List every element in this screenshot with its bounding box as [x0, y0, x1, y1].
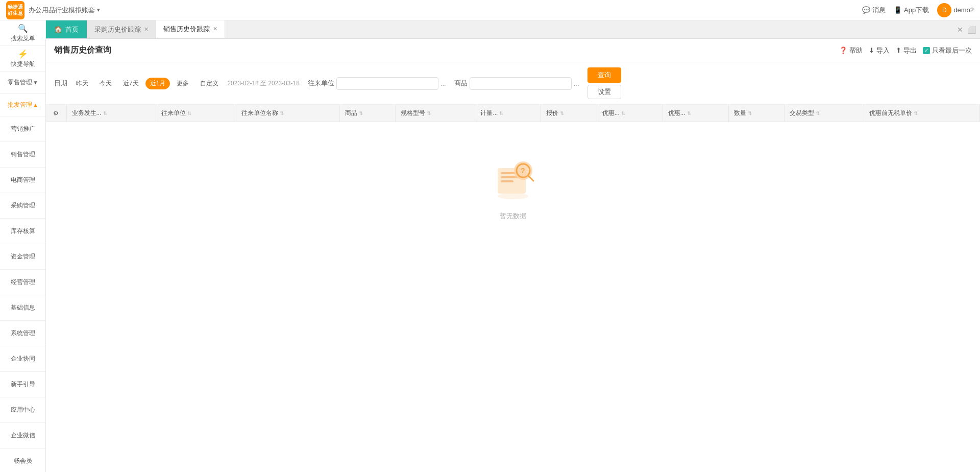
sidebar-item-system[interactable]: 系统管理 — [0, 321, 45, 346]
sort-icon: ⇅ — [280, 110, 284, 116]
sidebar-item-label: 营销推广 — [11, 125, 35, 133]
date-btn-yesterday[interactable]: 昨天 — [71, 78, 93, 89]
sort-icon: ⇅ — [914, 110, 918, 116]
date-btn-custom[interactable]: 自定义 — [195, 78, 223, 89]
download-icon: 📱 — [894, 6, 902, 14]
app-download-button[interactable]: 📱 App下载 — [894, 6, 929, 15]
import-button[interactable]: ⬇ 导入 — [869, 46, 890, 55]
tab-bar: 🏠 首页 采购历史价跟踪 ✕ 销售历史价跟踪 ✕ ✕ ⬜ — [46, 20, 980, 39]
goods-input[interactable] — [470, 77, 572, 90]
th-unit[interactable]: 计量... ⇅ — [475, 105, 541, 122]
th-quantity[interactable]: 数量 ⇅ — [728, 105, 784, 122]
sidebar-item-operations[interactable]: 经营管理 — [0, 270, 45, 295]
goods-dots[interactable]: ... — [574, 80, 579, 87]
sidebar-item-retail[interactable]: 零售管理 ▼ — [0, 72, 45, 94]
date-range: 2023-02-18 至 2023-03-18 — [227, 79, 299, 88]
empty-text: 暂无数据 — [500, 211, 526, 221]
page-content: 销售历史价查询 ❓ 帮助 ⬇ 导入 ⬆ 导出 — [46, 39, 980, 472]
sidebar-item-guide[interactable]: 新手引导 — [0, 372, 45, 397]
import-icon: ⬇ — [869, 46, 874, 54]
search-icon: 🔍 — [18, 23, 28, 33]
sort-icon: ⇅ — [560, 110, 564, 116]
date-btn-today[interactable]: 今天 — [95, 78, 116, 89]
message-button[interactable]: 💬 消息 — [862, 6, 886, 15]
sidebar-item-member[interactable]: 畅会员 — [0, 449, 45, 472]
app-selector[interactable]: 办公用品行业模拟账套 ▾ — [29, 6, 100, 15]
user-menu[interactable]: D demo2 — [937, 3, 974, 17]
page-header-actions: ❓ 帮助 ⬇ 导入 ⬆ 导出 只看最后一次 — [839, 46, 972, 55]
sidebar-item-label: 采购管理 — [11, 201, 35, 210]
content-area: 🏠 首页 采购历史价跟踪 ✕ 销售历史价跟踪 ✕ ✕ ⬜ 销售历史价查询 — [46, 20, 980, 472]
tab-home[interactable]: 🏠 首页 — [46, 20, 87, 38]
sidebar-item-inventory[interactable]: 库存核算 — [0, 219, 45, 244]
sidebar-item-basic[interactable]: 基础信息 — [0, 295, 45, 321]
th-discount2[interactable]: 优惠... ⇅ — [663, 105, 728, 122]
partner-dots[interactable]: ... — [440, 80, 446, 87]
table-wrapper: ⚙ 业务发生... ⇅ 往来单位 — [46, 105, 980, 472]
setting-button[interactable]: 设置 — [587, 85, 621, 99]
svg-text:?: ? — [521, 167, 525, 175]
sidebar: 🔍 搜索菜单 ⚡ 快捷导航 零售管理 ▼ 批发管理 ▲ 营销推广 销售管理 电商… — [0, 20, 46, 472]
sidebar-item-label: 企业协同 — [11, 355, 35, 363]
sidebar-item-label: 畅会员 — [14, 457, 32, 465]
th-goods[interactable]: 商品 ⇅ — [339, 105, 395, 122]
th-discount1[interactable]: 优惠... ⇅ — [597, 105, 663, 122]
settings-icon: ⚙ — [53, 110, 59, 117]
data-table: ⚙ 业务发生... ⇅ 往来单位 — [46, 105, 980, 122]
svg-rect-4 — [501, 180, 513, 182]
th-quote[interactable]: 报价 ⇅ — [541, 105, 597, 122]
sidebar-item-apps[interactable]: 应用中心 — [0, 397, 45, 423]
partner-label: 往来单位 — [308, 79, 334, 88]
sidebar-item-label: 基础信息 — [11, 303, 35, 312]
sidebar-item-finance[interactable]: 资金管理 — [0, 244, 45, 270]
empty-state: ? 暂无数据 — [46, 122, 980, 251]
th-pre-tax[interactable]: 优惠前无税单价 ⇅ — [864, 105, 980, 122]
sort-icon: ⇅ — [748, 110, 752, 116]
tab-close-purchase[interactable]: ✕ — [144, 26, 149, 33]
th-biz-date[interactable]: 业务发生... ⇅ — [66, 105, 156, 122]
th-partner-code[interactable]: 往来单位 ⇅ — [156, 105, 236, 122]
filter-actions: 查询 设置 — [587, 67, 621, 99]
th-settings[interactable]: ⚙ — [46, 105, 66, 122]
sidebar-item-shortcuts[interactable]: ⚡ 快捷导航 — [0, 46, 45, 72]
date-buttons: 昨天 今天 近7天 近1月 更多 自定义 — [71, 78, 223, 89]
sidebar-item-wechat[interactable]: 企业微信 — [0, 423, 45, 449]
sort-icon: ⇅ — [427, 110, 431, 116]
maximize-icon[interactable]: ⬜ — [967, 26, 976, 34]
date-btn-7days[interactable]: 近7天 — [118, 78, 143, 89]
sidebar-item-wholesale[interactable]: 批发管理 ▲ — [0, 94, 45, 116]
svg-rect-2 — [501, 172, 516, 174]
sidebar-item-label: 销售管理 — [11, 150, 35, 159]
sort-icon: ⇅ — [359, 110, 363, 116]
sidebar-item-enterprise[interactable]: 企业协同 — [0, 346, 45, 372]
export-button[interactable]: ⬆ 导出 — [896, 46, 917, 55]
sidebar-item-label: 库存核算 — [11, 227, 35, 235]
date-btn-1month[interactable]: 近1月 — [145, 78, 170, 89]
tab-close-sales[interactable]: ✕ — [213, 26, 217, 32]
sidebar-item-search-menu[interactable]: 🔍 搜索菜单 — [0, 20, 45, 46]
help-button[interactable]: ❓ 帮助 — [839, 46, 863, 55]
avatar: D — [937, 3, 951, 17]
date-btn-more[interactable]: 更多 — [172, 78, 193, 89]
close-all-icon[interactable]: ✕ — [957, 26, 963, 34]
sort-icon: ⇅ — [816, 110, 820, 116]
sidebar-item-label: 经营管理 — [11, 278, 35, 287]
th-partner-name[interactable]: 往来单位名称 ⇅ — [236, 105, 339, 122]
tab-purchase-history[interactable]: 采购历史价跟踪 ✕ — [87, 20, 156, 38]
filter-partner: 往来单位 ... — [308, 77, 446, 90]
sidebar-item-purchase[interactable]: 采购管理 — [0, 193, 45, 219]
sidebar-item-label: 零售管理 — [8, 78, 32, 87]
svg-line-7 — [528, 176, 533, 181]
query-button[interactable]: 查询 — [587, 67, 621, 83]
sidebar-item-ecommerce[interactable]: 电商管理 — [0, 168, 45, 193]
sidebar-item-label: 搜索菜单 — [11, 34, 35, 43]
th-spec[interactable]: 规格型号 ⇅ — [396, 105, 475, 122]
tab-sales-history[interactable]: 销售历史价跟踪 ✕ — [156, 20, 225, 38]
th-trade-type[interactable]: 交易类型 ⇅ — [785, 105, 864, 122]
only-last-checkbox-label[interactable]: 只看最后一次 — [923, 46, 972, 55]
partner-input[interactable] — [336, 77, 438, 90]
arrow-up-icon: ▲ — [33, 102, 38, 108]
sidebar-item-marketing[interactable]: 营销推广 — [0, 116, 45, 142]
sidebar-item-sales[interactable]: 销售管理 — [0, 142, 45, 168]
only-last-checkbox[interactable] — [923, 47, 930, 54]
